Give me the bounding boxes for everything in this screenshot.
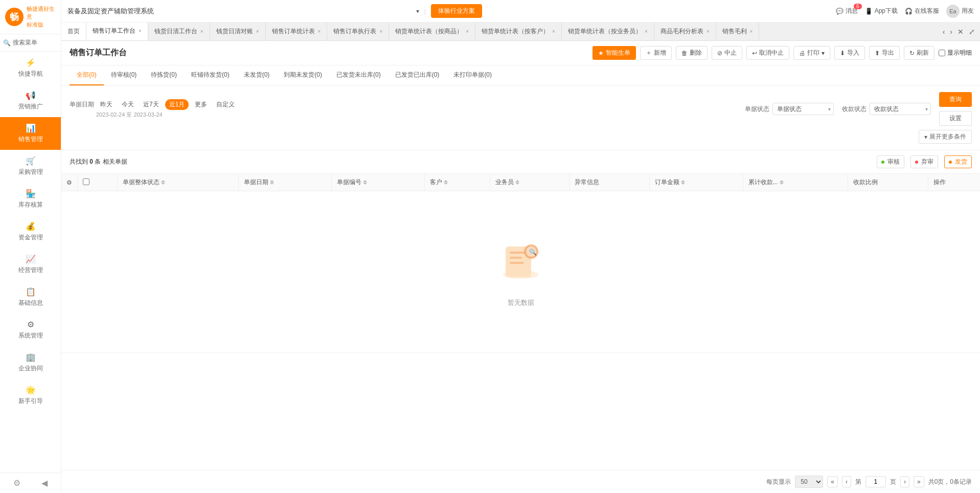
filter-tab-shipped-out[interactable]: 已发货已出库(0) <box>388 65 447 85</box>
filter-tab-unprinted[interactable]: 未打印单据(0) <box>446 65 499 85</box>
sidebar-item-operations[interactable]: 📈经营管理 <box>0 248 61 281</box>
tab-close-gross-profit[interactable]: × <box>706 29 710 34</box>
sidebar-item-quick-nav[interactable]: ⚡快捷导航 <box>0 52 61 84</box>
tab-close-sales-exec[interactable]: × <box>379 29 382 34</box>
cancel-stop-button[interactable]: ↩ 取消中止 <box>746 46 789 60</box>
tab-close-sales-unified-customer[interactable]: × <box>552 29 555 34</box>
app-download-button[interactable]: 📱 App下载 <box>865 7 898 15</box>
col-doc-date[interactable]: 单据日期 <box>238 174 331 191</box>
col-customer[interactable]: 客户 <box>425 174 490 191</box>
payment-select[interactable]: 收款状态 <box>870 103 931 115</box>
filter-tab-wangpu-ship[interactable]: 旺铺待发货(0) <box>184 65 237 85</box>
tab-sales-exec[interactable]: 销售订单执行表× <box>327 23 389 41</box>
tab-close-cash-reconcile[interactable]: × <box>256 29 259 34</box>
date-option-昨天[interactable]: 昨天 <box>97 99 116 110</box>
tab-label-home: 首页 <box>67 27 80 36</box>
tab-close-sales-profit[interactable]: × <box>750 29 753 34</box>
add-button[interactable]: ＋ 新增 <box>640 46 672 60</box>
export-button[interactable]: ⬆ 导出 <box>869 46 900 60</box>
tabs-close-all-button[interactable]: ✕ <box>955 27 966 37</box>
per-page-select[interactable]: 50 10 20 100 <box>795 476 823 488</box>
filter-tab-overdue-unshipped[interactable]: 到期未发货(0) <box>277 65 329 85</box>
prev-page-button[interactable]: ‹ <box>842 476 851 487</box>
tab-close-sales-stat[interactable]: × <box>318 29 321 34</box>
tab-cash-reconcile[interactable]: 钱货日清对账× <box>210 23 266 41</box>
date-option-今天[interactable]: 今天 <box>119 99 137 110</box>
tab-close-sales-unified-staff[interactable]: × <box>645 29 648 34</box>
settings-icon[interactable]: ⚙ <box>13 478 20 488</box>
collapse-icon[interactable]: ◀ <box>41 478 48 488</box>
filter-tab-label-pending-review: 待审核(0) <box>111 71 137 78</box>
last-page-button[interactable]: » <box>914 476 924 487</box>
print-button[interactable]: 🖨 打印 ▾ <box>793 46 830 60</box>
col-doc-no[interactable]: 单据编号 <box>331 174 424 191</box>
sidebar-item-finance[interactable]: 💰资金管理 <box>0 215 61 248</box>
ship-button[interactable]: 发货 <box>944 155 972 168</box>
tab-home[interactable]: 首页 <box>61 23 86 41</box>
filter-tab-unshipped[interactable]: 未发货(0) <box>237 65 277 85</box>
filter-tab-shipped-not-in[interactable]: 已发货未出库(0) <box>329 65 388 85</box>
date-option-近1月[interactable]: 近1月 <box>165 99 189 110</box>
page-input[interactable] <box>865 476 886 487</box>
filter-tab-pending-review[interactable]: 待审核(0) <box>104 65 144 85</box>
tab-sales-profit[interactable]: 销售毛利× <box>716 23 760 41</box>
select-all-checkbox[interactable] <box>83 178 89 185</box>
col-doc-status[interactable]: 单据整体状态 <box>117 174 238 191</box>
status-select[interactable]: 单据状态 <box>772 103 834 115</box>
settings-button[interactable]: 设置 <box>939 111 972 126</box>
search-menu-button[interactable]: 🔍 搜索菜单 <box>0 34 61 52</box>
sidebar-item-inventory[interactable]: 🏪库存核算 <box>0 183 61 215</box>
tab-sales-unified-customer[interactable]: 销货单统计表（按客户）× <box>475 23 562 41</box>
import-button[interactable]: ⬇ 导入 <box>834 46 865 60</box>
user-menu[interactable]: Ea 用友 <box>946 5 974 18</box>
query-button[interactable]: 查询 <box>939 92 972 107</box>
review-button[interactable]: 审核 <box>877 155 904 168</box>
sidebar-item-enterprise[interactable]: 🏢企业协同 <box>0 346 61 379</box>
refresh-icon: ↻ <box>909 50 915 57</box>
service-button[interactable]: 🎧 在线客服 <box>905 7 939 15</box>
message-button[interactable]: 💬 消息 6 <box>836 7 858 15</box>
first-page-button[interactable]: « <box>827 476 838 487</box>
sidebar-item-system[interactable]: ⚙系统管理 <box>0 313 61 346</box>
solution-button[interactable]: 体验行业方案 <box>431 4 482 18</box>
col-collected[interactable]: 累计收款... <box>743 174 848 191</box>
col-salesperson[interactable]: 业务员 <box>490 174 569 191</box>
date-option-自定义[interactable]: 自定义 <box>213 99 238 110</box>
date-option-近7天[interactable]: 近7天 <box>140 99 162 110</box>
sidebar-item-sales[interactable]: 📊销售管理 <box>0 117 61 150</box>
sidebar-item-guide[interactable]: 🌟新手引导 <box>0 379 61 412</box>
tab-sales-unified-staff[interactable]: 销货单统计表（按业务员）× <box>562 23 654 41</box>
nav-icon-finance: 💰 <box>26 221 36 231</box>
show-detail-label[interactable]: 显示明细 <box>939 49 972 57</box>
tabs-next-button[interactable]: › <box>948 27 954 37</box>
sidebar-item-basic[interactable]: 📋基础信息 <box>0 281 61 313</box>
filter-tab-pending-inspect[interactable]: 待拣货(0) <box>144 65 184 85</box>
delete-button[interactable]: 🗑 删除 <box>676 46 708 60</box>
tab-close-cash-daily[interactable]: × <box>200 29 203 34</box>
tab-close-sales-unified-product[interactable]: × <box>466 29 469 34</box>
tabs-prev-button[interactable]: ‹ <box>941 27 947 37</box>
settings-col-icon[interactable]: ⚙ <box>66 179 72 186</box>
cancel-review-button[interactable]: 弃审 <box>910 155 938 168</box>
tab-close-sales-workbench[interactable]: × <box>139 28 142 34</box>
smart-create-button[interactable]: ★ 智能生单 <box>592 46 636 60</box>
next-page-button[interactable]: › <box>900 476 909 487</box>
tab-sales-unified-product[interactable]: 销货单统计表（按商品）× <box>389 23 475 41</box>
filter-tab-all[interactable]: 全部(0) <box>70 65 104 85</box>
tab-sales-workbench[interactable]: 销售订单工作台× <box>86 23 148 41</box>
refresh-button[interactable]: ↻ 刷新 <box>904 46 935 60</box>
stop-button[interactable]: ⊘ 中止 <box>712 46 742 60</box>
col-amount[interactable]: 订单金额 <box>650 174 743 191</box>
show-detail-checkbox[interactable] <box>939 50 945 56</box>
tab-cash-daily[interactable]: 钱货日清工作台× <box>148 23 210 41</box>
tab-sales-stat[interactable]: 销售订单统计表× <box>266 23 328 41</box>
expand-filter-button[interactable]: ▾ 展开更多条件 <box>919 130 972 144</box>
sidebar-item-marketing[interactable]: 📢营销推广 <box>0 84 61 117</box>
tab-gross-profit[interactable]: 商品毛利分析表× <box>654 23 716 41</box>
tabs-fullscreen-button[interactable]: ⤢ <box>967 27 977 37</box>
export-icon: ⬆ <box>875 50 880 57</box>
sidebar-item-purchase[interactable]: 🛒采购管理 <box>0 150 61 183</box>
system-dropdown-icon[interactable]: ▾ <box>416 8 419 15</box>
date-option-更多[interactable]: 更多 <box>192 99 210 110</box>
col-operations: 操作 <box>928 174 980 191</box>
